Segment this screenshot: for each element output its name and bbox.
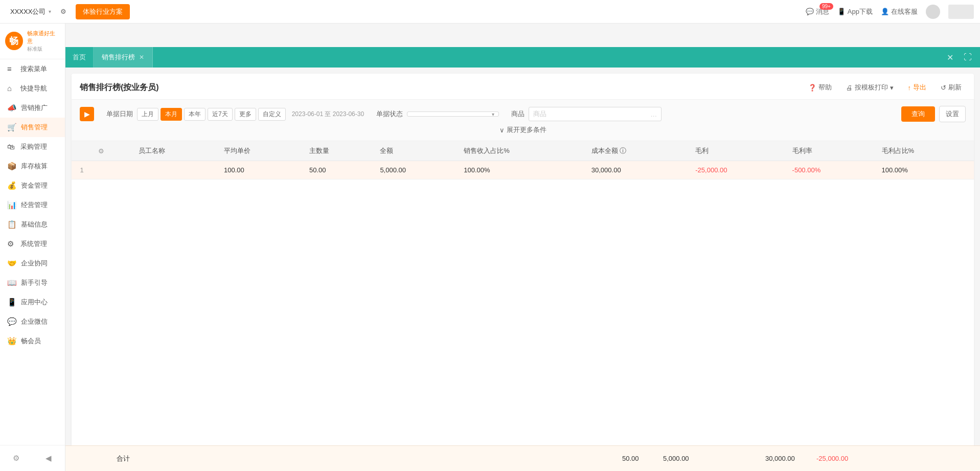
coop-icon: 🤝 — [7, 259, 17, 268]
tab-bar: 首页 销售排行榜 ✕ ✕ ⛶ — [65, 47, 980, 68]
sidebar-item-newbie-guide[interactable]: 📖 新手引导 — [0, 273, 65, 293]
marketing-icon: 📣 — [7, 103, 17, 113]
message-icon: 💬 — [806, 8, 814, 15]
sidebar-item-enterprise-wechat[interactable]: 💬 企业微信 — [0, 312, 65, 331]
sidebar-item-label: 快捷导航 — [20, 84, 47, 93]
tab-close-window-btn[interactable]: ✕ — [943, 51, 958, 64]
sidebar-item-app-center[interactable]: 📱 应用中心 — [0, 293, 65, 312]
tab-home[interactable]: 首页 — [65, 47, 94, 68]
sidebar-item-label: 资金管理 — [21, 181, 48, 190]
footer-cost-amount: 30,000.00 — [765, 455, 816, 462]
template-print-btn[interactable]: 🖨 按模板打印 ▾ — [842, 81, 898, 94]
sidebar-bottom: ⚙ ◀ — [0, 445, 65, 471]
export-label: 导出 — [913, 83, 926, 92]
cell-employee — [132, 161, 218, 180]
cell-main-qty: 50.00 — [303, 161, 374, 180]
footer-amount: 5,000.00 — [663, 455, 714, 462]
status-label: 单据状态 — [376, 109, 403, 119]
page-title: 销售排行榜(按业务员) — [80, 82, 159, 93]
sidebar-settings-btn[interactable]: ⚙ — [0, 450, 33, 467]
trial-btn[interactable]: 体验行业方案 — [76, 4, 130, 19]
company-name: XXXXX公司 — [10, 7, 45, 16]
cell-gross-profit: -25,000.00 — [689, 161, 786, 180]
this-year-btn[interactable]: 本年 — [184, 108, 206, 121]
sidebar-item-operation[interactable]: 📊 经营管理 — [0, 195, 65, 215]
purchase-icon: 🛍 — [7, 142, 16, 151]
sidebar-item-label: 销售管理 — [21, 123, 48, 132]
filter-right-btns: 查询 设置 — [901, 106, 966, 122]
sidebar-item-basic-info[interactable]: 📋 基础信息 — [0, 215, 65, 234]
custom-btn[interactable]: 自定义 — [258, 108, 286, 121]
last-month-btn[interactable]: 上月 — [137, 108, 158, 121]
sidebar-collapse-btn[interactable]: ◀ — [33, 450, 65, 467]
filter-row-1: ▶ 单据日期 上月 本月 本年 近7天 更多 自定义 2023-06-01 至 … — [80, 106, 966, 122]
sidebar-item-label: 企业微信 — [21, 317, 48, 326]
expand-more-btn[interactable]: ∨ 展开更多条件 — [499, 125, 546, 134]
refresh-btn[interactable]: ↺ 刷新 — [937, 81, 966, 94]
sales-icon: 🛒 — [7, 123, 17, 132]
sidebar-item-quick-nav[interactable]: ⌂ 快捷导航 — [0, 79, 65, 98]
sidebar-item-marketing[interactable]: 📣 营销推广 — [0, 98, 65, 118]
this-month-btn[interactable]: 本月 — [161, 108, 182, 121]
filter-toggle-btn[interactable]: ▶ — [80, 107, 94, 121]
filter-row-2: ∨ 展开更多条件 — [80, 122, 966, 134]
tab-close-icon[interactable]: ✕ — [139, 54, 144, 61]
filter-settings-btn[interactable]: 设置 — [939, 106, 966, 122]
page-header: 销售排行榜(按业务员) ❓ 帮助 🖨 按模板打印 ▾ ↑ 导出 — [72, 74, 974, 100]
export-icon: ↑ — [908, 84, 911, 92]
date-range-text: 2023-06-01 至 2023-06-30 — [292, 110, 364, 119]
goods-select[interactable]: 商品 … — [529, 107, 662, 121]
last-7-days-btn[interactable]: 近7天 — [208, 108, 233, 121]
sidebar-item-sys-mgmt[interactable]: ⚙ 系统管理 — [0, 234, 65, 254]
expand-chevron-icon: ∨ — [499, 126, 505, 134]
online-service-label: 在线客服 — [891, 7, 918, 16]
inventory-icon: 📦 — [7, 162, 17, 171]
date-filter: 单据日期 上月 本月 本年 近7天 更多 自定义 2023-06-01 至 20… — [106, 108, 364, 121]
company-selector[interactable]: XXXXX公司 ▾ — [6, 5, 55, 18]
operation-icon: 📊 — [7, 200, 17, 210]
col-main-qty: 主数量 — [303, 141, 374, 161]
wechat-icon: 💬 — [7, 317, 17, 326]
service-icon: 👤 — [881, 8, 889, 15]
cell-settings-col — [92, 161, 132, 180]
help-btn[interactable]: ❓ 帮助 — [804, 81, 836, 94]
export-btn[interactable]: ↑ 导出 — [904, 81, 931, 94]
tab-home-label: 首页 — [73, 53, 86, 62]
date-label: 单据日期 — [106, 109, 133, 119]
tab-sales-ranking[interactable]: 销售排行榜 ✕ — [94, 47, 153, 68]
col-gross-rate: 毛利率 — [786, 141, 876, 161]
footer-main-qty: 50.00 — [622, 455, 663, 462]
sidebar-item-search-order[interactable]: ≡ 搜索菜单 — [0, 59, 65, 79]
sidebar-item-label: 应用中心 — [21, 298, 48, 307]
tab-maximize-btn[interactable]: ⛶ — [960, 51, 976, 64]
sidebar-item-inventory[interactable]: 📦 库存核算 — [0, 156, 65, 176]
sidebar-item-label: 营销推广 — [21, 103, 48, 113]
avatar[interactable] — [926, 5, 940, 19]
status-select[interactable]: ▾ — [407, 111, 499, 117]
user-name-area — [948, 5, 974, 19]
sidebar-item-sales-mgmt[interactable]: 🛒 销售管理 — [0, 118, 65, 137]
app-download-label: App下载 — [848, 7, 873, 16]
sidebar-item-enterprise-coop[interactable]: 🤝 企业协同 — [0, 254, 65, 273]
col-gross-ratio: 毛利占比% — [876, 141, 974, 161]
sidebar-item-member[interactable]: 👑 畅会员 — [0, 331, 65, 351]
data-table: ⚙ 员工名称 平均单价 主数量 全额 销售收入占比% 成本全额 ⓘ 毛利 毛利率… — [72, 141, 974, 180]
logo-icon: 畅 — [5, 32, 23, 50]
sys-icon: ⚙ — [7, 239, 16, 249]
sidebar-item-purchase-mgmt[interactable]: 🛍 采购管理 — [0, 137, 65, 156]
app-download-btn[interactable]: 📱 App下载 — [837, 7, 873, 16]
query-btn[interactable]: 查询 — [901, 106, 935, 122]
sidebar-item-label: 新手引导 — [21, 278, 48, 287]
online-service-btn[interactable]: 👤 在线客服 — [881, 7, 918, 16]
sidebar-item-label: 企业协同 — [21, 259, 48, 268]
app-icon: 📱 — [837, 8, 846, 15]
sidebar-item-finance[interactable]: 💰 资金管理 — [0, 176, 65, 195]
cell-avg-price: 100.00 — [218, 161, 303, 180]
col-avg-price: 平均单价 — [218, 141, 303, 161]
col-settings[interactable]: ⚙ — [92, 141, 132, 161]
message-btn[interactable]: 💬 消息 99+ — [806, 7, 829, 16]
more-btn[interactable]: 更多 — [235, 108, 256, 121]
cell-amount: 5,000.00 — [374, 161, 458, 180]
cell-gross-rate: -500.00% — [786, 161, 876, 180]
header-settings-icon[interactable]: ⚙ — [57, 5, 70, 18]
